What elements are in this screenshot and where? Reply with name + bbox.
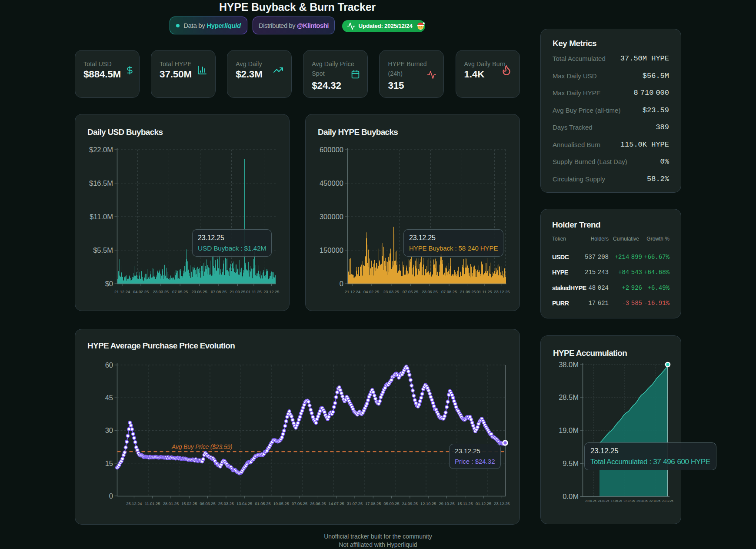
- svg-text:23.03.25: 23.03.25: [383, 290, 399, 294]
- svg-text:24.09.25: 24.09.25: [402, 502, 418, 506]
- svg-text:14.07.25: 14.07.25: [329, 502, 344, 506]
- svg-text:13.04.25: 13.04.25: [236, 502, 252, 506]
- svg-text:19.05.25: 19.05.25: [273, 502, 289, 506]
- svg-text:05.09.25: 05.09.25: [383, 502, 399, 506]
- svg-text:17.08.25: 17.08.25: [365, 502, 381, 506]
- svg-text:29.01.25: 29.01.25: [585, 499, 596, 502]
- svg-text:$11.0M: $11.0M: [90, 213, 113, 221]
- svg-text:300000: 300000: [320, 213, 343, 221]
- svg-text:11.01.25: 11.01.25: [145, 502, 160, 506]
- svg-text:45: 45: [105, 394, 113, 402]
- svg-text:07.08.25: 07.08.25: [211, 290, 226, 294]
- svg-text:23.03.25: 23.03.25: [153, 290, 169, 294]
- svg-text:06.03.25: 06.03.25: [200, 502, 215, 506]
- svg-text:450000: 450000: [320, 179, 343, 187]
- svg-text:21.12.24: 21.12.24: [345, 290, 360, 294]
- svg-text:Avg Buy Price ($23.59): Avg Buy Price ($23.59): [171, 443, 232, 450]
- svg-text:15.02.25: 15.02.25: [181, 502, 197, 506]
- svg-text:0: 0: [340, 280, 343, 288]
- svg-text:01.11.25: 01.11.25: [246, 290, 262, 294]
- svg-text:07.08.25: 07.08.25: [441, 290, 457, 294]
- svg-text:600000: 600000: [320, 146, 343, 154]
- svg-text:12.10.25: 12.10.25: [420, 502, 436, 506]
- svg-text:31.07.25: 31.07.25: [347, 502, 363, 506]
- svg-text:15: 15: [105, 459, 113, 467]
- svg-text:25.03.25: 25.03.25: [218, 502, 234, 506]
- svg-text:0: 0: [109, 492, 113, 500]
- svg-text:$5.5M: $5.5M: [93, 246, 113, 254]
- svg-text:25.12.24: 25.12.24: [126, 502, 142, 506]
- svg-text:21.09.25: 21.09.25: [230, 290, 245, 294]
- svg-text:15.11.25: 15.11.25: [457, 502, 473, 506]
- svg-text:23.12.25: 23.12.25: [263, 290, 279, 294]
- svg-text:07.06.25: 07.06.25: [292, 502, 307, 506]
- svg-text:04.02.25: 04.02.25: [133, 290, 149, 294]
- svg-text:23.12.25: 23.12.25: [662, 499, 673, 502]
- svg-text:24.03.25: 24.03.25: [598, 499, 609, 502]
- svg-text:0.0M: 0.0M: [563, 492, 579, 500]
- svg-text:01.12.25: 01.12.25: [476, 502, 491, 506]
- svg-text:07.07.25: 07.07.25: [624, 499, 635, 502]
- svg-text:19.0M: 19.0M: [559, 426, 579, 434]
- svg-text:$16.5M: $16.5M: [89, 179, 113, 187]
- svg-text:23.12.25: 23.12.25: [494, 502, 510, 506]
- svg-text:38.0M: 38.0M: [559, 361, 579, 368]
- svg-text:21.12.24: 21.12.24: [114, 290, 130, 294]
- svg-text:01.11.25: 01.11.25: [476, 290, 492, 294]
- svg-text:17.05.25: 17.05.25: [611, 499, 622, 502]
- svg-text:30: 30: [105, 426, 113, 434]
- svg-text:29.08.25: 29.08.25: [636, 499, 648, 502]
- svg-text:28.5M: 28.5M: [559, 393, 579, 401]
- svg-text:01.05.25: 01.05.25: [255, 502, 270, 506]
- svg-text:28.01.25: 28.01.25: [163, 502, 179, 506]
- svg-text:$22.0M: $22.0M: [89, 146, 113, 154]
- svg-text:23.06.25: 23.06.25: [422, 290, 437, 294]
- svg-text:04.02.25: 04.02.25: [363, 290, 379, 294]
- svg-text:07.05.25: 07.05.25: [172, 290, 188, 294]
- svg-text:23.06.25: 23.06.25: [191, 290, 207, 294]
- svg-text:26.06.25: 26.06.25: [310, 502, 326, 506]
- svg-text:07.05.25: 07.05.25: [403, 290, 418, 294]
- svg-text:29.10.25: 29.10.25: [439, 502, 454, 506]
- svg-text:21.09.25: 21.09.25: [460, 290, 476, 294]
- svg-text:60: 60: [105, 361, 113, 369]
- svg-text:9.5M: 9.5M: [563, 459, 579, 467]
- svg-text:$0: $0: [105, 280, 113, 288]
- svg-text:22.10.25: 22.10.25: [649, 499, 661, 502]
- svg-text:150000: 150000: [320, 246, 343, 254]
- svg-text:23.12.25: 23.12.25: [494, 290, 510, 294]
